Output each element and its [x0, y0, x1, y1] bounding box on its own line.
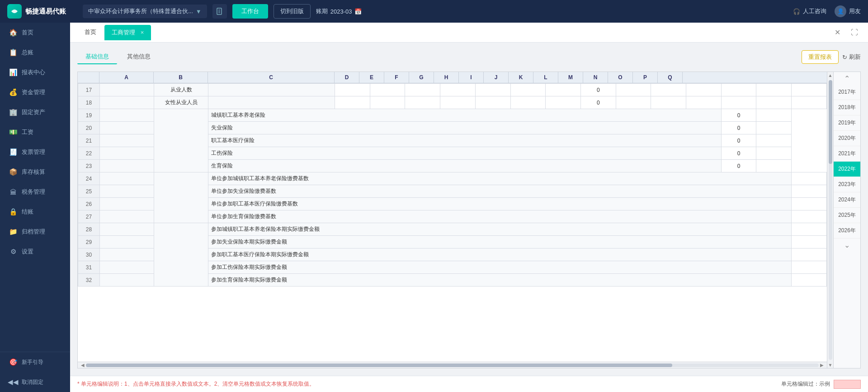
cell-q[interactable] — [756, 160, 792, 172]
cell-o[interactable] — [721, 96, 756, 109]
sidebar-item-reports[interactable]: 📊报表中心 — [0, 62, 70, 82]
year-item-2021年[interactable]: 2021年 — [834, 146, 860, 162]
cell-q[interactable] — [756, 109, 792, 122]
cell-c[interactable]: 生育保险 — [208, 160, 722, 172]
cell-i[interactable] — [510, 96, 546, 109]
cell-a[interactable] — [100, 96, 154, 109]
cell-c[interactable]: 参加职工基本医疗保险本期实际缴费金额 — [208, 249, 792, 261]
cell-q[interactable] — [792, 236, 827, 249]
sub-tab-basic[interactable]: 基础信息 — [77, 50, 117, 64]
cell-h[interactable] — [475, 96, 510, 109]
cell-c[interactable]: 工伤保险 — [208, 147, 722, 160]
year-item-2019年[interactable]: 2019年 — [834, 115, 860, 131]
reset-report-button[interactable]: 重置报表 — [802, 50, 839, 64]
cell-p[interactable] — [756, 96, 792, 109]
v-scroll-down-arrow[interactable]: ▼ — [827, 362, 834, 368]
expand-icon[interactable]: ⛶ — [848, 26, 861, 39]
cell-a[interactable] — [100, 261, 154, 274]
cell-p[interactable] — [756, 84, 792, 96]
cell-c[interactable]: 参加生育保险本期实际缴费金额 — [208, 274, 792, 287]
cell-c[interactable]: 单位参加生育保险缴费基数 — [208, 210, 792, 223]
sidebar-item-settings[interactable]: ⚙设置 — [0, 242, 70, 262]
cell-f[interactable] — [405, 84, 440, 96]
document-icon[interactable] — [212, 4, 227, 19]
cell-e[interactable] — [370, 84, 405, 96]
cell-n[interactable] — [686, 84, 722, 96]
sidebar-item-ledger[interactable]: 📋总账 — [0, 43, 70, 62]
calendar-icon[interactable]: 📅 — [354, 8, 362, 15]
cell-b[interactable] — [154, 223, 208, 287]
year-nav-up-icon[interactable]: ⌃ — [838, 72, 856, 85]
cell-m[interactable] — [651, 84, 686, 96]
cell-f[interactable] — [405, 96, 440, 109]
cell-a[interactable] — [100, 249, 154, 261]
cell-p[interactable]: 0 — [721, 134, 756, 147]
cell-q[interactable] — [792, 249, 827, 261]
tab-close-icon[interactable]: × — [141, 29, 144, 36]
cell-c[interactable]: 参加工伤保险本期实际缴费金额 — [208, 261, 792, 274]
cell-p[interactable]: 0 — [721, 160, 756, 172]
tab-home[interactable]: 首页 — [77, 24, 104, 42]
cell-a[interactable] — [100, 274, 154, 287]
cell-q[interactable] — [792, 198, 827, 210]
cell-p[interactable]: 0 — [721, 109, 756, 122]
cell-q[interactable] — [792, 210, 827, 223]
cell-o[interactable] — [721, 84, 756, 96]
cell-k[interactable]: 0 — [580, 96, 616, 109]
sidebar-item-inventory[interactable]: 📦库存核算 — [0, 162, 70, 182]
cell-q[interactable] — [756, 122, 792, 134]
sidebar-item-payroll[interactable]: 💵工资 — [0, 122, 70, 142]
year-item-2022年[interactable]: 2022年 — [834, 162, 860, 177]
cell-d[interactable] — [335, 84, 370, 96]
cell-a[interactable] — [100, 223, 154, 236]
cell-c[interactable]: 参加失业保险本期实际缴费金额 — [208, 236, 792, 249]
cell-a[interactable] — [100, 84, 154, 96]
cell-c[interactable]: 单位参加城镇职工基本养老保险缴费基数 — [208, 172, 792, 185]
close-window-icon[interactable]: ✕ — [831, 26, 844, 39]
company-selector[interactable]: 中审众环会计师事务所（特殊普通合伙... ▼ — [83, 5, 207, 18]
cell-a[interactable] — [100, 236, 154, 249]
sidebar-item-close[interactable]: 🔒结账 — [0, 202, 70, 222]
cell-q[interactable] — [792, 96, 827, 109]
sidebar-item-new-guide[interactable]: 🎯 新手引导 — [0, 352, 70, 372]
sidebar-item-archive[interactable]: 📁归档管理 — [0, 222, 70, 242]
cell-c[interactable]: 失业保险 — [208, 122, 722, 134]
h-scroll-left-arrow[interactable]: ◀ — [80, 362, 86, 368]
switch-version-button[interactable]: 切到旧版 — [274, 4, 311, 19]
cell-a[interactable] — [100, 109, 154, 122]
year-item-2025年[interactable]: 2025年 — [834, 208, 860, 223]
h-scroll-right-arrow[interactable]: ▶ — [819, 362, 825, 368]
cell-e[interactable] — [370, 96, 405, 109]
refresh-button[interactable]: ↻ 刷新 — [842, 53, 861, 61]
cell-q[interactable] — [792, 185, 827, 198]
year-item-2017年[interactable]: 2017年 — [834, 85, 860, 100]
sidebar-item-capital[interactable]: 💰资金管理 — [0, 82, 70, 102]
cell-l[interactable] — [616, 84, 651, 96]
cell-q[interactable] — [756, 147, 792, 160]
tab-business-admin[interactable]: 工商管理 × — [104, 25, 151, 40]
sidebar-item-unpin[interactable]: ◀◀ 取消固定 — [0, 372, 70, 392]
cell-l[interactable] — [616, 96, 651, 109]
cell-p[interactable]: 0 — [721, 147, 756, 160]
cell-b[interactable]: 从业人数 — [154, 84, 208, 96]
cell-c[interactable]: 职工基本医疗保险 — [208, 134, 722, 147]
cell-q[interactable] — [792, 223, 827, 236]
sidebar-item-assets[interactable]: 🏢固定资产 — [0, 102, 70, 122]
cell-a[interactable] — [100, 185, 154, 198]
cell-p[interactable]: 0 — [721, 122, 756, 134]
cell-m[interactable] — [651, 96, 686, 109]
cell-a[interactable] — [100, 122, 154, 134]
cell-c[interactable]: 参加城镇职工基本养老保险本期实际缴费金额 — [208, 223, 792, 236]
cell-q[interactable] — [792, 172, 827, 185]
year-item-2026年[interactable]: 2026年 — [834, 223, 860, 239]
v-scroll-up-arrow[interactable]: ▲ — [827, 72, 834, 78]
cell-a[interactable] — [100, 147, 154, 160]
user-area[interactable]: 👤 用友 — [835, 5, 861, 17]
workbench-button[interactable]: 工作台 — [232, 4, 268, 19]
cell-c[interactable]: 城镇职工基本养老保险 — [208, 109, 722, 122]
cell-q[interactable] — [792, 84, 827, 96]
year-item-2020年[interactable]: 2020年 — [834, 131, 860, 146]
consultant-button[interactable]: 🎧 人工咨询 — [793, 7, 826, 15]
cell-n[interactable] — [686, 96, 722, 109]
year-item-2023年[interactable]: 2023年 — [834, 177, 860, 192]
